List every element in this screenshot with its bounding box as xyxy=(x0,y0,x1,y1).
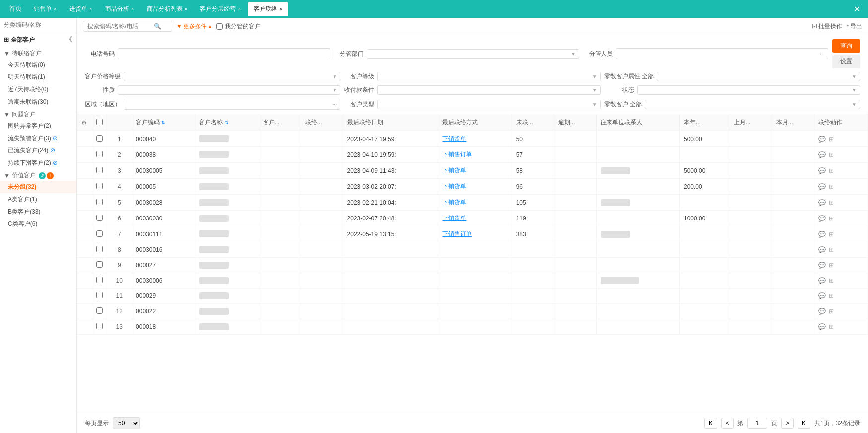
reset-button[interactable]: 设置 xyxy=(832,55,860,68)
message-icon[interactable]: 💬 xyxy=(818,136,826,143)
th-no-contact[interactable]: 未联... xyxy=(512,114,554,131)
td-check[interactable] xyxy=(92,163,107,179)
message-icon[interactable]: 💬 xyxy=(818,323,826,330)
grid-action-icon[interactable]: ⊞ xyxy=(829,199,834,206)
grid-action-icon[interactable]: ⊞ xyxy=(829,167,834,174)
tab-customer-contact[interactable]: 客户联络 × xyxy=(248,2,288,16)
row-checkbox[interactable] xyxy=(96,261,103,268)
grid-action-icon[interactable]: ⊞ xyxy=(829,277,834,284)
message-icon[interactable]: 💬 xyxy=(818,199,826,206)
message-icon[interactable]: 💬 xyxy=(818,262,826,269)
th-overdue[interactable]: 逾期... xyxy=(554,114,596,131)
status-select[interactable]: ▼ xyxy=(637,85,860,95)
th-type[interactable]: 客户... xyxy=(259,114,301,131)
close-tab-product[interactable]: × xyxy=(131,6,134,12)
row-checkbox[interactable] xyxy=(96,307,103,314)
message-icon[interactable]: 💬 xyxy=(818,308,826,315)
td-check[interactable] xyxy=(92,319,107,335)
main-search-box[interactable]: 🔍 xyxy=(83,21,172,32)
sidebar-item-class-c[interactable]: C类客户(6) xyxy=(0,218,76,230)
tab-purchase-order[interactable]: 进货单 × xyxy=(64,2,98,16)
sidebar-item-churn-warning[interactable]: 流失预警客户(3) ⊘ xyxy=(0,132,76,144)
td-check[interactable] xyxy=(92,179,107,195)
row-checkbox[interactable] xyxy=(96,215,103,221)
row-checkbox[interactable] xyxy=(96,246,103,252)
th-name[interactable]: 客户名称 ⇅ xyxy=(195,114,259,131)
price-level-select[interactable]: ▼ xyxy=(124,72,340,81)
sidebar-all-customers[interactable]: ⊞ 全部客户 《 xyxy=(0,32,76,47)
tab-customer-segmentation[interactable]: 客户分层经营 × xyxy=(194,2,247,16)
phone-input[interactable] xyxy=(118,48,330,59)
sidebar-item-declining[interactable]: 持续下滑客户(2) ⊘ xyxy=(0,157,76,169)
td-check[interactable] xyxy=(92,211,107,226)
th-code[interactable]: 客户编码 ⇅ xyxy=(132,114,195,131)
message-icon[interactable]: 💬 xyxy=(818,215,826,222)
select-all-checkbox[interactable] xyxy=(96,119,103,125)
grid-action-icon[interactable]: ⊞ xyxy=(829,136,834,143)
message-icon[interactable]: 💬 xyxy=(818,246,826,253)
grid-action-icon[interactable]: ⊞ xyxy=(829,231,834,238)
contact-way-link[interactable]: 下销货单 xyxy=(442,215,466,221)
payment-select[interactable]: ▼ xyxy=(377,85,600,95)
grid-action-icon[interactable]: ⊞ xyxy=(829,292,834,299)
message-icon[interactable]: 💬 xyxy=(818,231,826,238)
grid-action-icon[interactable]: ⊞ xyxy=(829,246,834,253)
prev-page-btn[interactable]: < xyxy=(721,418,734,429)
close-tab-product-list[interactable]: × xyxy=(185,6,188,12)
next-page-btn[interactable]: > xyxy=(781,418,794,429)
td-check[interactable] xyxy=(92,289,107,304)
customer-type-select[interactable]: ▼ xyxy=(377,100,600,109)
person-select[interactable]: ··· xyxy=(616,48,828,59)
th-this-month[interactable]: 本月... xyxy=(772,114,814,131)
tab-product-analysis-list[interactable]: 商品分析列表 × xyxy=(141,2,194,16)
td-check[interactable] xyxy=(92,258,107,273)
contact-way-link[interactable]: 下销售订单 xyxy=(442,230,472,237)
message-icon[interactable]: 💬 xyxy=(818,183,826,190)
sidebar-collapse-icon[interactable]: 《 xyxy=(66,35,72,44)
contact-way-link[interactable]: 下销货单 xyxy=(442,199,466,206)
td-check[interactable] xyxy=(92,147,107,163)
export-btn[interactable]: ↑ 导出 xyxy=(846,22,862,31)
sidebar-item-abnormal[interactable]: 囤购异常客户(2) xyxy=(0,120,76,132)
sidebar-item-tomorrow-pending[interactable]: 明天待联络(1) xyxy=(0,71,76,83)
td-check[interactable] xyxy=(92,242,107,258)
contact-way-link[interactable]: 下销货单 xyxy=(442,183,466,190)
dept-select[interactable]: ▼ xyxy=(367,49,579,59)
grid-action-icon[interactable]: ⊞ xyxy=(829,323,834,330)
th-last-contact-date[interactable]: 最后联络日期 xyxy=(343,114,438,131)
first-page-btn[interactable]: K xyxy=(704,418,717,429)
page-number-input[interactable] xyxy=(747,418,767,429)
last-page-btn[interactable]: K xyxy=(798,418,810,429)
contact-way-link[interactable]: 下销货单 xyxy=(442,135,466,142)
message-icon[interactable]: 💬 xyxy=(818,292,826,299)
my-customers-checkbox[interactable] xyxy=(216,23,223,30)
region-select[interactable]: ··· xyxy=(124,99,340,110)
td-check[interactable] xyxy=(92,195,107,211)
sidebar-item-class-a[interactable]: A类客户(1) xyxy=(0,193,76,206)
my-customers-filter[interactable]: 我分管的客户 xyxy=(216,22,261,31)
th-last-month[interactable]: 上月... xyxy=(730,114,772,131)
close-tab-sales[interactable]: × xyxy=(54,6,57,12)
batch-op-btn[interactable]: ☑ 批量操作 xyxy=(812,22,842,31)
per-page-select[interactable]: 50 100 xyxy=(113,417,140,429)
th-settings[interactable]: ⚙ xyxy=(77,114,92,131)
close-tab-purchase[interactable]: × xyxy=(89,6,92,12)
nature-select[interactable]: ▼ xyxy=(118,85,340,95)
sidebar-search-input[interactable] xyxy=(4,21,77,28)
sidebar-item-class-b[interactable]: B类客户(33) xyxy=(0,206,76,218)
query-button[interactable]: 查询 xyxy=(832,39,860,53)
window-close-btn[interactable]: ✕ xyxy=(850,4,864,14)
retail-customer-select[interactable]: ▼ xyxy=(645,100,860,109)
refresh-icon[interactable]: ↺ xyxy=(39,172,46,179)
td-check[interactable] xyxy=(92,226,107,242)
home-tab[interactable]: 首页 xyxy=(4,4,27,13)
row-checkbox[interactable] xyxy=(96,183,103,189)
row-checkbox[interactable] xyxy=(96,199,103,205)
message-icon[interactable]: 💬 xyxy=(818,277,826,284)
message-icon[interactable]: 💬 xyxy=(818,151,826,158)
row-checkbox[interactable] xyxy=(96,151,103,157)
message-icon[interactable]: 💬 xyxy=(818,167,826,174)
grid-action-icon[interactable]: ⊞ xyxy=(829,262,834,269)
more-conditions-btn[interactable]: ▼ 更多条件 ▲ xyxy=(176,22,212,31)
th-this-year[interactable]: 本年... xyxy=(679,114,730,131)
